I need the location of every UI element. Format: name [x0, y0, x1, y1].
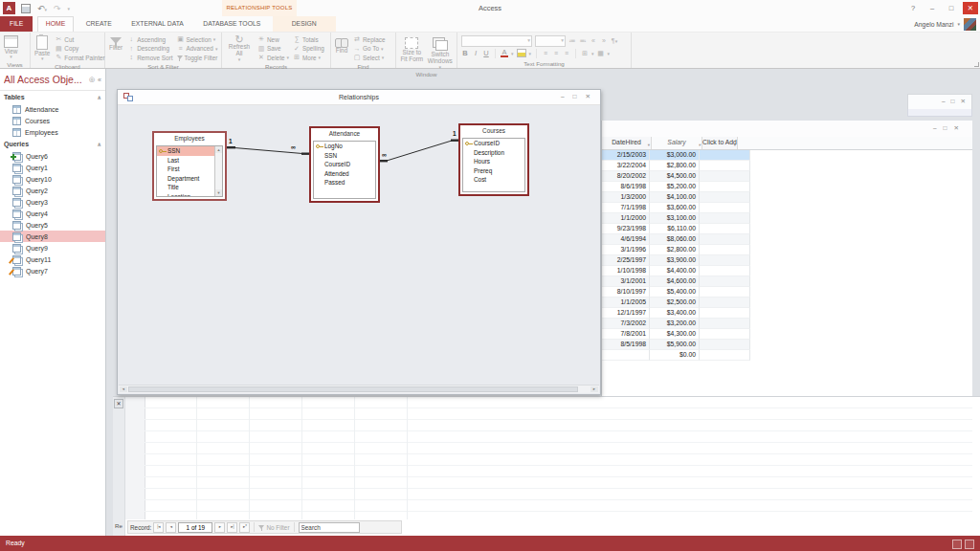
close-icon[interactable]: ✕ [586, 94, 590, 100]
first-record-button[interactable]: |◂ [153, 522, 164, 533]
highlight-color-icon[interactable] [517, 49, 526, 57]
table-row[interactable]: 1/1/2000 $3,100.00 [602, 213, 972, 224]
format-painter-button[interactable]: ✎Format Painter [55, 54, 104, 62]
cell-salary[interactable]: $5,400.00 [650, 287, 700, 298]
replace-button[interactable]: ⇄Replace [353, 35, 385, 44]
cell-add[interactable] [700, 287, 750, 298]
font-color-icon[interactable]: A [501, 49, 508, 57]
cell-datehired[interactable]: 7/8/2001 [602, 329, 650, 340]
cell-datehired[interactable]: 9/23/1998 [602, 224, 650, 234]
cell-salary[interactable]: $8,060.00 [650, 234, 700, 245]
cell-salary[interactable]: $2,800.00 [650, 245, 700, 255]
cell-salary[interactable]: $6,110.00 [650, 224, 700, 234]
search-input[interactable] [299, 522, 360, 533]
cell-add[interactable] [700, 192, 750, 203]
cell-datehired[interactable] [602, 350, 650, 361]
switch-windows-button[interactable]: Switch Windows▾ [426, 33, 455, 70]
restore-button[interactable]: □ [944, 2, 959, 14]
table-row[interactable]: 4/6/1994 $8,060.00 [602, 234, 972, 245]
cell-salary[interactable]: $3,100.00 [650, 213, 700, 224]
scroll-right-icon[interactable]: ▸ [590, 386, 598, 392]
advanced-button[interactable]: ≡Advanced▾ [177, 45, 218, 54]
nav-item-query[interactable]: Query3 [0, 196, 105, 208]
cell-datehired[interactable]: 2/25/1997 [602, 255, 650, 266]
cell-add[interactable] [700, 182, 750, 192]
totals-button[interactable]: ∑Totals [293, 35, 324, 44]
cell-add[interactable] [700, 329, 750, 340]
table-title[interactable]: Employees [154, 133, 225, 143]
cell-datehired[interactable]: 1/1/2005 [602, 298, 650, 308]
field-row[interactable]: First [157, 165, 214, 174]
tab-home[interactable]: HOME [37, 16, 74, 33]
nav-item-query[interactable]: Query11 [0, 253, 105, 265]
cell-datehired[interactable]: 12/1/1997 [602, 308, 650, 319]
delete-button[interactable]: ✕Delete▾ [257, 54, 289, 62]
table-row[interactable]: 8/20/2002 $4,500.00 [602, 171, 972, 182]
cell-datehired[interactable]: 8/20/2002 [602, 171, 650, 182]
nav-item-table[interactable]: Attendance [0, 103, 105, 115]
undo-icon[interactable]: ↶▾ [37, 4, 47, 13]
cell-salary[interactable]: $3,900.00 [650, 255, 700, 266]
cell-datehired[interactable]: 8/10/1997 [602, 287, 650, 298]
cell-salary[interactable]: $5,900.00 [650, 340, 700, 350]
field-row[interactable]: Attended [314, 169, 375, 179]
shutter-bar-close-icon[interactable]: « [98, 77, 101, 83]
table-row[interactable]: 8/10/1997 $5,400.00 [602, 287, 972, 298]
refresh-all-button[interactable]: ↻ Refresh All▾ [224, 33, 255, 62]
close-icon[interactable]: ✕ [961, 99, 966, 105]
nav-group-queries[interactable]: Queries∧ [0, 138, 105, 150]
decrease-indent-icon[interactable]: « [590, 37, 597, 45]
nav-item-query[interactable]: Query10 [0, 173, 105, 185]
cell-add[interactable] [700, 203, 750, 213]
cell-datehired[interactable]: 8/5/1998 [602, 340, 650, 350]
bullets-icon[interactable]: ≔ [568, 37, 576, 45]
scroll-down-icon[interactable]: ▼ [215, 189, 222, 196]
cell-salary[interactable]: $0.00 [650, 350, 700, 361]
cell-salary[interactable]: $3,400.00 [650, 308, 700, 319]
alternate-row-color-icon[interactable]: ▦ [597, 50, 605, 57]
field-row[interactable]: Location [157, 192, 214, 198]
go-to-button[interactable]: →Go To▾ [353, 45, 385, 54]
more-button[interactable]: ⊞More▾ [293, 54, 324, 62]
table-row[interactable]: 2/15/2003 $3,000.00 [602, 150, 972, 161]
no-filter-indicator[interactable]: No Filter [258, 524, 289, 531]
spelling-button[interactable]: ✓Spelling [293, 45, 324, 54]
cell-datehired[interactable]: 7/3/2002 [602, 319, 650, 329]
paragraph-direction-icon[interactable]: ¶▾ [611, 37, 618, 45]
table-row[interactable]: 3/22/2004 $2,800.00 [602, 161, 972, 171]
field-row[interactable]: Department [157, 174, 214, 184]
cell-add[interactable] [700, 150, 750, 161]
nav-item-query[interactable]: Query4 [0, 208, 105, 219]
paste-button[interactable]: Paste▾ [33, 33, 52, 62]
column-header[interactable]: Salary [652, 137, 702, 149]
table-row[interactable]: 2/25/1997 $3,900.00 [602, 255, 972, 266]
cell-add[interactable] [700, 255, 750, 266]
nav-item-query[interactable]: Query5 [0, 219, 105, 231]
design-view-icon[interactable] [965, 540, 974, 549]
scroll-up-icon[interactable]: ▲ [215, 146, 222, 153]
save-record-button[interactable]: ▥Save [257, 45, 289, 54]
tab-create[interactable]: CREATE [78, 16, 120, 32]
field-list-courses[interactable]: Courses CourseID Description Hours [458, 123, 529, 196]
help-button[interactable]: ? [905, 2, 921, 14]
toggle-filter-button[interactable]: Toggle Filter [177, 54, 218, 62]
cell-add[interactable] [700, 213, 750, 224]
close-button[interactable]: ✕ [963, 2, 978, 14]
cell-datehired[interactable]: 4/6/1994 [602, 234, 650, 245]
field-row[interactable]: Passed [314, 178, 375, 187]
cell-add[interactable] [700, 340, 750, 350]
table-row[interactable]: 3/1/1996 $2,800.00 [602, 245, 972, 255]
nav-item-query[interactable]: Query1 [0, 162, 105, 173]
table-row[interactable]: 12/1/1997 $3,400.00 [602, 308, 972, 319]
field-row[interactable]: Prereq [463, 166, 524, 176]
copy-button[interactable]: ▤Copy [55, 45, 104, 54]
cell-salary[interactable]: $2,800.00 [650, 161, 700, 171]
cell-salary[interactable]: $5,200.00 [650, 182, 700, 192]
avatar[interactable] [964, 18, 976, 31]
tab-file[interactable]: FILE [0, 16, 33, 32]
cell-salary[interactable]: $2,500.00 [650, 298, 700, 308]
nav-item-query[interactable]: Query8 [0, 231, 105, 242]
field-row[interactable]: Description [463, 148, 524, 158]
scrollbar-thumb[interactable] [128, 386, 578, 392]
close-pane-icon[interactable]: ✕ [114, 399, 123, 408]
